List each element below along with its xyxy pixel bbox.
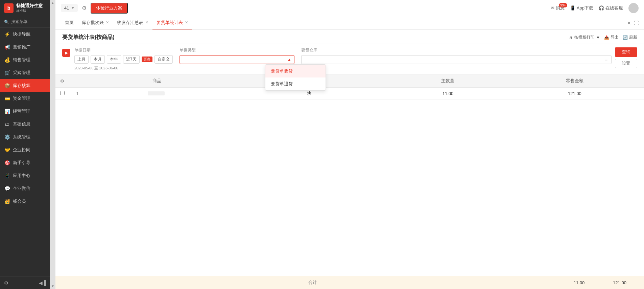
basic-info-icon: 🗂 xyxy=(4,121,10,127)
print-arrow-icon: ▼ xyxy=(596,35,600,40)
sidebar-search[interactable]: 🔍 搜索菜单 xyxy=(0,16,50,28)
warehouse-more-icon[interactable]: ··· xyxy=(605,57,609,62)
settings-button[interactable]: 设置 xyxy=(615,59,637,68)
refresh-button[interactable]: 🔄 刷新 xyxy=(623,35,637,40)
sidebar-item-basic-info[interactable]: 🗂 基础信息 xyxy=(0,118,50,131)
export-button[interactable]: 📤 导出 xyxy=(604,35,619,40)
phone-icon: 📱 xyxy=(570,5,575,10)
page-inner: 要货单统计表(按商品) 🖨 按模板打印 ▼ 📤 导出 🔄 刷新 xyxy=(55,30,644,289)
sidebar-item-operations[interactable]: 📊 经营管理 xyxy=(0,105,50,118)
col-quantity: 主数量 xyxy=(390,74,505,88)
guide-icon: 🎯 xyxy=(4,160,10,165)
tab-close-order-summary[interactable]: ✕ xyxy=(185,20,188,25)
date-range-text: 2023-05-06 至 2023-06-06 xyxy=(74,66,173,71)
sidebar-item-purchase[interactable]: 🛒 采购管理 xyxy=(0,66,50,79)
data-table: ⚙ 商品 主计量单位 主数量 xyxy=(55,74,644,99)
sidebar-logo: b 畅捷通好生意 标准版 xyxy=(0,0,50,16)
type-filter-value xyxy=(183,57,287,63)
sidebar-scroll: ▲ ▼ xyxy=(50,0,55,289)
app-logo-text: 畅捷通好生意 标准版 xyxy=(16,3,43,13)
sidebar-item-enterprise[interactable]: 🤝 企业协同 xyxy=(0,143,50,156)
sidebar-item-wechat[interactable]: 💬 企业微信 xyxy=(0,182,50,195)
dropdown-item-order-return[interactable]: 要货单退货 xyxy=(265,77,326,90)
warehouse-filter-group: 要货仓库 ··· xyxy=(301,47,612,64)
date-btn-7days[interactable]: 近7天 xyxy=(123,55,140,64)
col-product: 商品 xyxy=(86,74,228,88)
date-btn-custom[interactable]: 自定义 xyxy=(154,55,173,64)
sales-icon: 💰 xyxy=(4,57,10,63)
tab-order-summary[interactable]: 要货单统计表 ✕ xyxy=(152,16,192,29)
operations-icon: 📊 xyxy=(4,109,10,114)
sidebar-item-marketing[interactable]: 📢 营销推广 xyxy=(0,41,50,53)
dropdown-item-order-goods[interactable]: 要货单要货 xyxy=(265,65,326,77)
row-number-cell: 1 xyxy=(69,88,86,99)
topbar-gear-icon[interactable]: ⚙ xyxy=(82,5,87,11)
table-footer: 合计 11.00 121.00 xyxy=(55,276,644,289)
inventory-icon: 📦 xyxy=(4,83,10,88)
export-icon: 📤 xyxy=(604,35,609,40)
finance-icon: 💳 xyxy=(4,96,10,101)
footer-amount: 121.00 xyxy=(613,280,626,285)
messages-button[interactable]: ✉ 消息 99+ xyxy=(551,5,565,11)
table-row: 1 块 11.00 121.00 xyxy=(55,88,644,99)
tabs-bar: 首页 库存批次账 ✕ 收发存汇总表 ✕ 要货单统计表 ✕ ✕ ⛶ xyxy=(55,16,644,30)
type-dropdown: 要货单要货 要货单退货 xyxy=(265,64,326,91)
user-avatar[interactable] xyxy=(628,3,639,13)
sidebar-item-guide[interactable]: 🎯 新手引导 xyxy=(0,156,50,169)
refresh-icon: 🔄 xyxy=(623,35,628,40)
date-btn-this-month[interactable]: 本月 xyxy=(91,55,105,64)
table-wrapper: ⚙ 商品 主计量单位 主数量 xyxy=(55,74,644,276)
member-icon: 👑 xyxy=(4,199,10,204)
store-selector[interactable]: 41 ▼ xyxy=(61,4,78,12)
topbar-left: 41 ▼ ⚙ 体验行业方案 xyxy=(61,3,128,14)
sidebar-item-quick-nav[interactable]: ⚡ 快捷导航 xyxy=(0,28,50,41)
scroll-up-arrow[interactable]: ▲ xyxy=(51,0,54,6)
date-btn-last-month[interactable]: 上月 xyxy=(74,55,89,64)
search-button[interactable]: 查询 xyxy=(615,47,637,57)
scroll-down-arrow[interactable]: ▼ xyxy=(51,283,54,289)
type-dropdown-arrow[interactable]: ▲ xyxy=(287,57,291,62)
sidebar-item-member[interactable]: 👑 畅会员 xyxy=(0,195,50,208)
topbar-right: ✉ 消息 99+ 📱 App下载 🎧 在线客服 xyxy=(551,3,639,13)
sidebar-item-inventory[interactable]: 📦 库存核算 xyxy=(0,79,50,92)
tab-close-receive-summary[interactable]: ✕ xyxy=(145,20,148,25)
tab-receive-summary[interactable]: 收发存汇总表 ✕ xyxy=(113,16,152,29)
type-filter-input[interactable]: ▲ xyxy=(180,55,294,64)
col-settings[interactable]: ⚙ xyxy=(55,74,69,88)
page-header: 要货单统计表(按商品) 🖨 按模板打印 ▼ 📤 导出 🔄 刷新 xyxy=(55,30,644,44)
trial-button[interactable]: 体验行业方案 xyxy=(91,3,128,14)
app-download-button[interactable]: 📱 App下载 xyxy=(570,5,593,11)
table-settings-icon: ⚙ xyxy=(60,79,64,84)
footer-label: 合计 xyxy=(308,280,317,285)
settings-bottom-icon[interactable]: ⚙ xyxy=(4,280,8,286)
filter-expand-button[interactable]: ▶ xyxy=(62,49,70,57)
collapse-icon[interactable]: ◀▐ xyxy=(39,280,46,286)
sidebar-item-system[interactable]: ⚙️ 系统管理 xyxy=(0,131,50,143)
app-logo-icon: b xyxy=(4,3,14,13)
sidebar-item-finance[interactable]: 💳 资金管理 xyxy=(0,92,50,105)
sidebar-bottom: ⚙ ◀▐ xyxy=(0,276,50,289)
wechat-icon: 💬 xyxy=(4,186,10,191)
message-icon: ✉ xyxy=(551,5,554,10)
row-checkbox-cell[interactable] xyxy=(55,88,69,99)
store-arrow-icon: ▼ xyxy=(71,6,74,10)
date-more-tag[interactable]: 更多 xyxy=(142,57,152,62)
date-filter-group: 单据日期 上月 本月 本年 近7天 更多 自定义 2023-05-06 至 20… xyxy=(74,47,173,71)
expand-icon: ▶ xyxy=(65,50,68,55)
amount-cell: 121.00 xyxy=(505,88,644,99)
print-button[interactable]: 🖨 按模板打印 ▼ xyxy=(569,35,600,40)
tab-close-inventory-batch[interactable]: ✕ xyxy=(106,20,109,25)
tab-home[interactable]: 首页 xyxy=(61,16,78,29)
expand-tabs-icon[interactable]: ⛶ xyxy=(634,20,639,26)
page-header-actions: 🖨 按模板打印 ▼ 📤 导出 🔄 刷新 xyxy=(569,35,637,40)
sidebar-item-sales[interactable]: 💰 销售管理 xyxy=(0,53,50,66)
tab-inventory-batch[interactable]: 库存批次账 ✕ xyxy=(78,16,113,29)
sidebar-item-app-center[interactable]: 📱 应用中心 xyxy=(0,169,50,182)
close-all-icon[interactable]: ✕ xyxy=(627,20,631,26)
filter-actions: 查询 设置 xyxy=(615,47,637,68)
sidebar: b 畅捷通好生意 标准版 🔍 搜索菜单 ⚡ 快捷导航 📢 营销推广 💰 销售管理… xyxy=(0,0,50,289)
online-service-button[interactable]: 🎧 在线客服 xyxy=(599,5,623,11)
row-checkbox[interactable] xyxy=(60,91,65,95)
date-btn-this-year[interactable]: 本年 xyxy=(107,55,121,64)
warehouse-filter-input[interactable]: ··· xyxy=(301,55,612,64)
